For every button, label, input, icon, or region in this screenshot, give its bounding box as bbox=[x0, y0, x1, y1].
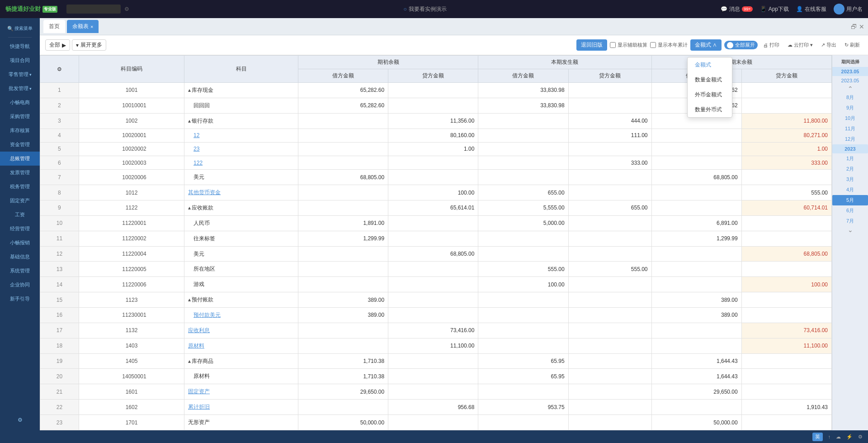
expand-all-toggle[interactable]: 全部展开 bbox=[724, 41, 758, 49]
row-value-cell bbox=[298, 113, 388, 129]
message-btn[interactable]: 💬 消息 99+ bbox=[721, 5, 752, 13]
sidebar-item-capital[interactable]: 资金管理 bbox=[0, 138, 40, 152]
row-name-cell[interactable]: 12 bbox=[184, 129, 298, 142]
status-cloud[interactable]: ☁ bbox=[836, 434, 841, 440]
retail-arrow: ▾ bbox=[29, 72, 32, 77]
sidebar-item-ledger[interactable]: 总账管理 bbox=[0, 152, 40, 166]
tab-minimize-icon[interactable]: ✕ bbox=[859, 23, 864, 30]
row-value-cell bbox=[298, 156, 388, 170]
row-name-cell[interactable]: 23 bbox=[184, 142, 298, 156]
row-name-cell[interactable]: 预付款美元 bbox=[184, 308, 298, 323]
row-name-cell[interactable]: 固定资产 bbox=[184, 384, 298, 400]
right-panel-month-6[interactable]: 6月 bbox=[832, 205, 868, 216]
status-lightning[interactable]: ⚡ bbox=[846, 434, 853, 440]
right-panel-month-1[interactable]: 1月 bbox=[832, 153, 868, 164]
sidebar-item-wholesale[interactable]: 批发管理 ▾ bbox=[0, 81, 40, 95]
right-panel-year-start[interactable]: 2023.05 bbox=[832, 67, 868, 76]
right-panel-month-8[interactable]: 8月 bbox=[832, 92, 868, 103]
refresh-btn[interactable]: ↻ 刷新 bbox=[842, 40, 863, 50]
row-value-cell bbox=[568, 308, 651, 323]
col-header-opening-debit: 借方金额 bbox=[298, 69, 388, 83]
print-btn[interactable]: 🖨 打印 bbox=[760, 40, 782, 50]
sidebar-item-basic[interactable]: 基础信息 bbox=[0, 250, 40, 264]
row-value-cell: 68,805.00 bbox=[741, 246, 831, 262]
auxiliary-checkbox[interactable] bbox=[610, 42, 616, 48]
row-value-cell: 333.00 bbox=[568, 156, 651, 170]
right-panel-month-9[interactable]: 9月 bbox=[832, 103, 868, 113]
sidebar-item-purchase[interactable]: 采购管理 bbox=[0, 110, 40, 124]
row-code-cell: 10020002 bbox=[79, 142, 184, 156]
cloud-print-btn[interactable]: ☁ 云打印 ▾ bbox=[785, 40, 816, 50]
sidebar-settings-icon[interactable]: ⚙ bbox=[14, 413, 26, 427]
return-prev-btn[interactable]: 退回旧版 bbox=[576, 39, 607, 51]
chevron-up-icon[interactable]: ⌃ bbox=[848, 85, 853, 92]
sidebar-item-payroll[interactable]: 工资 bbox=[0, 208, 40, 222]
right-panel-month-7[interactable]: 7月 bbox=[832, 216, 868, 226]
expand-more-btn[interactable]: ▾ 展开更多 bbox=[72, 39, 106, 51]
row-value-cell: 65,614.01 bbox=[388, 200, 478, 216]
right-panel-year-2023[interactable]: 2023 bbox=[832, 144, 868, 153]
dropdown-item-foreign-amount[interactable]: 外币金额式 bbox=[688, 87, 732, 102]
row-name-cell[interactable]: 原材料 bbox=[184, 338, 298, 353]
status-lang[interactable]: 英 bbox=[812, 433, 823, 441]
row-value-cell: 5,555.00 bbox=[478, 200, 568, 216]
dropdown-item-qty-foreign[interactable]: 数量外币式 bbox=[688, 102, 732, 117]
row-name-cell[interactable]: 其他货币资金 bbox=[184, 185, 298, 200]
right-panel-month-10[interactable]: 10月 bbox=[832, 113, 868, 124]
row-value-cell: 1,710.38 bbox=[298, 353, 388, 369]
export-btn[interactable]: ↗ 导出 bbox=[818, 40, 839, 50]
row-name-cell[interactable]: 累计折旧 bbox=[184, 400, 298, 415]
sidebar-item-inventory[interactable]: 库存核算 bbox=[0, 124, 40, 138]
sidebar-item-tax[interactable]: 税务管理 bbox=[0, 180, 40, 194]
style-dropdown-btn[interactable]: 金额式 ∧ bbox=[690, 39, 722, 51]
sidebar-item-system[interactable]: 系统管理 bbox=[0, 264, 40, 278]
row-value-cell bbox=[651, 277, 741, 292]
app-download-btn[interactable]: 📱 App下载 bbox=[760, 5, 789, 13]
tab-restore-icon[interactable]: 🗗 bbox=[851, 23, 857, 30]
chevron-down-icon[interactable]: ⌄ bbox=[848, 226, 853, 233]
right-panel-month-12[interactable]: 12月 bbox=[832, 134, 868, 144]
sidebar-item-coop[interactable]: 企业协同 bbox=[0, 278, 40, 292]
user-avatar[interactable]: 用户名 bbox=[834, 4, 863, 14]
row-value-cell bbox=[651, 323, 741, 338]
col-header-code: 科目编码 bbox=[79, 56, 184, 83]
right-panel-month-3[interactable]: 3月 bbox=[832, 174, 868, 185]
right-panel-month-11[interactable]: 11月 bbox=[832, 124, 868, 134]
table-settings-icon[interactable]: ⚙ bbox=[40, 56, 79, 83]
row-value-cell bbox=[478, 292, 568, 308]
demo-button[interactable]: ○ 我要看实例演示 bbox=[404, 5, 447, 13]
sidebar-item-search[interactable]: 🔍 搜索菜单 bbox=[0, 22, 40, 35]
breadcrumb-all-btn[interactable]: 全部 ▶ bbox=[45, 39, 70, 51]
sidebar-item-operations[interactable]: 经营管理 bbox=[0, 222, 40, 236]
status-settings[interactable]: ⚙ bbox=[858, 434, 863, 440]
sidebar-item-project[interactable]: 项目合同 bbox=[0, 53, 40, 67]
dropdown-item-qty-amount[interactable]: 数量金额式 bbox=[688, 72, 732, 87]
ytd-checkbox[interactable] bbox=[650, 42, 656, 48]
sidebar-item-guide[interactable]: 新手引导 bbox=[0, 292, 40, 306]
tab-balance-close[interactable]: × bbox=[90, 24, 93, 29]
row-name-cell: 回回回 bbox=[184, 98, 298, 113]
status-sync[interactable]: ↑ bbox=[828, 434, 831, 439]
search-input-top[interactable] bbox=[66, 5, 121, 14]
online-service-btn[interactable]: 👤 在线客服 bbox=[796, 5, 826, 13]
tab-home[interactable]: 首页 bbox=[43, 20, 65, 33]
sidebar-item-invoice[interactable]: 发票管理 bbox=[0, 166, 40, 180]
row-value-cell bbox=[478, 308, 568, 323]
tab-balance[interactable]: 余额表 × bbox=[67, 20, 99, 33]
right-panel-month-2[interactable]: 2月 bbox=[832, 164, 868, 174]
right-panel-month-5[interactable]: 5月 bbox=[832, 195, 868, 205]
dropdown-item-amount[interactable]: 金额式 bbox=[688, 57, 732, 72]
row-name-cell[interactable]: 122 bbox=[184, 156, 298, 170]
row-value-cell bbox=[478, 113, 568, 129]
sidebar-item-fixed-assets[interactable]: 固定资产 bbox=[0, 194, 40, 208]
sidebar-item-sales[interactable]: 小畅报销 bbox=[0, 236, 40, 250]
settings-top-icon[interactable]: ⚙ bbox=[124, 6, 129, 12]
right-panel-year-end[interactable]: 2023.05 bbox=[832, 76, 868, 85]
sidebar-item-ecommerce[interactable]: 小畅电商 bbox=[0, 95, 40, 110]
sidebar-item-retail[interactable]: 零售管理 ▾ bbox=[0, 67, 40, 81]
right-panel-month-4[interactable]: 4月 bbox=[832, 185, 868, 195]
row-value-cell bbox=[651, 262, 741, 277]
row-value-cell bbox=[651, 400, 741, 415]
sidebar-item-quicknav[interactable]: 快捷导航 bbox=[0, 39, 40, 53]
row-name-cell[interactable]: 应收利息 bbox=[184, 323, 298, 338]
